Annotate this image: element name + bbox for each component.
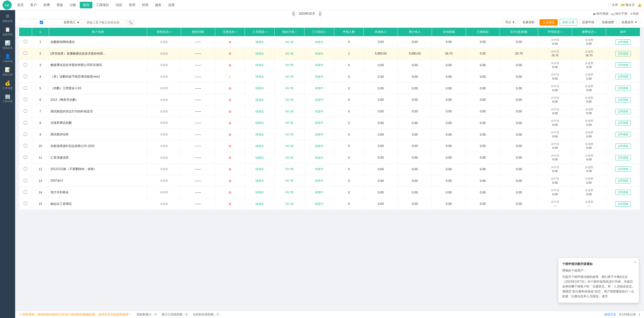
third-party-link[interactable]: 续签约	[304, 71, 334, 83]
tax-calc-link[interactable]: 待计算	[274, 117, 304, 129]
sidebar-item-工商年报[interactable]: 🏢工商年报	[0, 92, 15, 105]
tax-calc-link[interactable]: 待计算	[274, 36, 304, 48]
notification-close-btn[interactable]: ×	[634, 260, 636, 264]
batch-ops-btn[interactable]: 批量操作 ▼	[619, 19, 640, 26]
immediate-auth-btn[interactable]: 立即授权	[615, 190, 631, 195]
batch-fee-btn[interactable]: 批量缴费	[599, 19, 617, 26]
table-header-三方协议[interactable]: 三方协议 ▾	[304, 28, 334, 36]
third-party-link[interactable]: 续签约	[304, 140, 334, 152]
immediate-auth-btn[interactable]: 立即授权	[615, 132, 631, 137]
tax-calc-link[interactable]: 待计算	[274, 140, 304, 152]
third-party-link[interactable]: 续签约	[304, 163, 334, 175]
tax-calc-link[interactable]: 待计算	[274, 83, 304, 94]
person-report-link[interactable]: 续报送	[245, 198, 275, 210]
person-report-link[interactable]: 续报送	[245, 187, 275, 198]
nav-item-首页[interactable]: 首页	[14, 2, 27, 8]
person-report-link[interactable]: 续报送	[245, 117, 275, 129]
table-header-申报状态[interactable]: 申报状态 ▾	[538, 28, 572, 36]
nav-item-经营[interactable]: 经营	[139, 2, 151, 8]
all-employee-checkbox[interactable]	[21, 21, 62, 24]
auth-history-link[interactable]: 授权历史	[604, 312, 616, 317]
table-header-缴费状态[interactable]: 缴费状态 ▾	[572, 28, 606, 36]
sidebar-item-报税总览[interactable]: 📊报税总览	[0, 38, 15, 52]
tax-calc-link[interactable]: 待计算	[274, 187, 304, 198]
immediate-auth-btn[interactable]: 立即授权	[615, 86, 631, 91]
tax-calc-link[interactable]: 待计算	[274, 152, 304, 163]
search-input[interactable]	[84, 20, 124, 25]
third-party-link[interactable]: 续签约	[304, 59, 334, 71]
tax-calc-link[interactable]: 待计算	[274, 48, 304, 59]
immediate-auth-btn[interactable]: 立即授权	[615, 201, 631, 207]
tax-calc-link[interactable]: 待计算	[274, 129, 304, 140]
row-checkbox[interactable]	[24, 144, 27, 147]
immediate-auth-btn[interactable]: 立即授权	[615, 39, 631, 45]
immediate-auth-btn[interactable]: 立即授权	[615, 109, 631, 114]
row-checkbox[interactable]	[24, 86, 27, 90]
row-checkbox[interactable]	[24, 179, 27, 182]
sidebar-item-个税申报[interactable]: 👤个税申报	[0, 52, 15, 65]
nav-item-记账[interactable]: 记账	[67, 2, 79, 8]
person-report-link[interactable]: 续报送	[245, 71, 275, 83]
tax-calc-link[interactable]: 待计算	[274, 71, 304, 83]
sidebar-item-报税记录[interactable]: 📝报税记录	[0, 65, 15, 78]
row-checkbox[interactable]	[24, 190, 27, 194]
tax-calc-link[interactable]: 待计算	[274, 198, 304, 210]
person-report-link[interactable]: 续报送	[245, 83, 275, 94]
row-checkbox[interactable]	[24, 133, 27, 136]
row-checkbox[interactable]	[24, 109, 27, 113]
tax-calc-btn[interactable]: 税款计算	[560, 19, 577, 26]
table-header-人员报送[interactable]: 人员报送 ▾	[245, 28, 275, 36]
immediate-auth-btn[interactable]: 立即授权	[615, 62, 631, 68]
tax-calc-link[interactable]: 待计算	[274, 163, 304, 175]
immediate-auth-btn[interactable]: 立即授权	[615, 51, 631, 56]
person-report-btn[interactable]: 人员报送	[539, 19, 558, 26]
third-party-link[interactable]: 续签约	[304, 187, 334, 198]
person-report-link[interactable]: 续报送	[245, 94, 275, 106]
search-btn[interactable]: 🔍	[126, 20, 135, 25]
person-report-link[interactable]: 续报送	[245, 59, 275, 71]
row-checkbox[interactable]	[24, 202, 27, 205]
nav-item-报税[interactable]: 报税	[80, 2, 92, 8]
fullscreen-btn[interactable]: ⛶ 全屏	[608, 3, 618, 7]
table-header-授权状态[interactable]: 授权状态 ▾	[147, 28, 181, 36]
immediate-auth-btn[interactable]: 立即授权	[615, 120, 631, 126]
row-checkbox[interactable]	[24, 167, 27, 170]
nav-item-票据[interactable]: 票据	[54, 2, 66, 8]
export-btn[interactable]: 导出 ▼	[502, 19, 518, 26]
nav-item-管理[interactable]: 管理	[126, 2, 138, 8]
table-header-税款计算[interactable]: 税款计算 ▾	[274, 28, 304, 36]
nav-item-工商项目[interactable]: 工商项目	[93, 2, 112, 8]
next-month-btn[interactable]: ›	[319, 11, 321, 16]
third-party-link[interactable]: 续签约	[304, 83, 334, 94]
immediate-auth-btn[interactable]: 立即授权	[615, 178, 631, 183]
immediate-auth-btn[interactable]: 立即授权	[615, 97, 631, 103]
third-party-link[interactable]: 续签约	[304, 94, 334, 106]
person-report-link[interactable]: 续报送	[245, 106, 275, 117]
row-checkbox[interactable]	[24, 40, 27, 43]
row-checkbox[interactable]	[24, 98, 27, 101]
person-report-link[interactable]: 续报送	[245, 129, 275, 140]
row-checkbox[interactable]	[24, 156, 27, 159]
third-party-link[interactable]: 续签约	[304, 48, 334, 59]
third-party-link[interactable]: 续签约	[304, 36, 334, 48]
immediate-auth-btn[interactable]: 立即授权	[615, 166, 631, 172]
nav-item-服务[interactable]: 服务	[152, 2, 165, 8]
manual-btn[interactable]: 📖 操作手册	[611, 12, 627, 16]
third-party-link[interactable]: 续签约	[304, 106, 334, 117]
app-logo[interactable]: CA	[3, 1, 12, 10]
tax-calc-link[interactable]: 待计算	[274, 175, 304, 187]
sidebar-item-报税设置[interactable]: ⚙报税设置	[0, 11, 15, 25]
nav-item-消息[interactable]: 消息	[113, 2, 125, 8]
immediate-auth-btn[interactable]: 立即授权	[615, 143, 631, 149]
row-checkbox[interactable]	[24, 121, 27, 124]
person-report-link[interactable]: 续报送	[245, 48, 275, 59]
nav-item-收费[interactable]: 收费	[40, 2, 53, 8]
nav-item-客户[interactable]: 客户	[27, 2, 40, 8]
person-report-link[interactable]: 续报送	[245, 163, 275, 175]
tax-calc-link[interactable]: 待计算	[274, 106, 304, 117]
table-header-注册信息[interactable]: 注册信息 ▾	[215, 28, 245, 36]
third-party-link[interactable]: 续签约	[304, 152, 334, 163]
third-party-link[interactable]: 续签约	[304, 198, 334, 210]
employee-filter[interactable]: 全部员工 ▼	[19, 19, 82, 26]
tax-calc-link[interactable]: 待计算	[274, 94, 304, 106]
